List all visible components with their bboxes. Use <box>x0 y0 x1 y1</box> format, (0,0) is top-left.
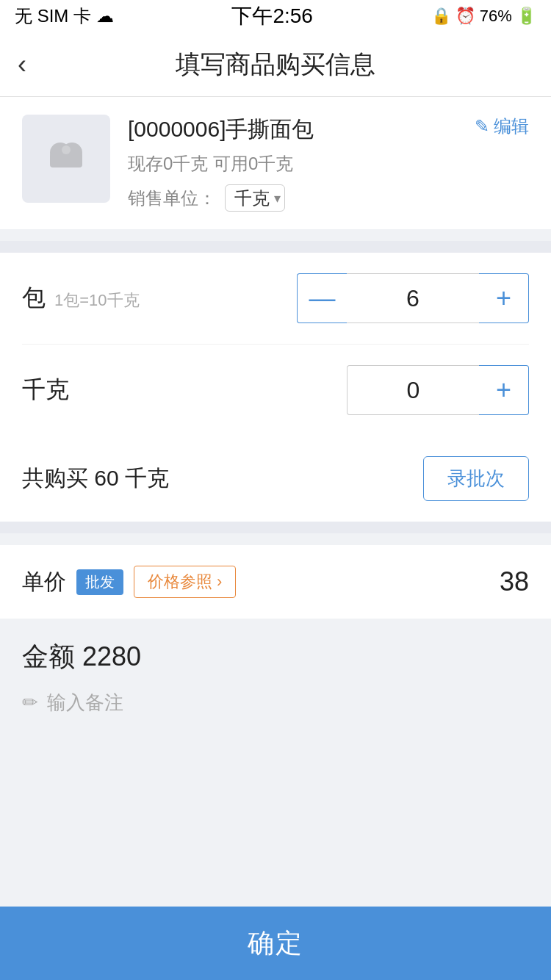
svg-point-3 <box>62 145 71 154</box>
kg-input[interactable] <box>347 365 479 415</box>
bao-minus-button[interactable]: — <box>297 273 347 323</box>
amount-section: 金额 2280 ✏ 输入备注 <box>0 619 551 727</box>
bao-plus-button[interactable]: + <box>479 273 529 323</box>
price-badge: 批发 <box>76 569 123 595</box>
price-left: 单价 批发 价格参照 › <box>22 566 236 598</box>
nav-bar: ‹ 填写商品购买信息 <box>0 32 551 97</box>
section-divider-1 <box>0 241 551 253</box>
amount-row: 金额 2280 <box>22 639 529 675</box>
edit-button[interactable]: ✎ 编辑 <box>475 115 529 138</box>
sim-status: 无 SIM 卡 ☁ <box>15 4 114 28</box>
note-placeholder: 输入备注 <box>47 690 123 716</box>
bao-quantity-control: — + <box>297 273 529 323</box>
kg-label: 千克 <box>22 374 69 406</box>
input-section: 包 1包=10千克 — + 千克 + <box>0 253 551 436</box>
price-value: 38 <box>500 566 529 597</box>
summary-row: 共购买 60 千克 录批次 <box>0 436 551 522</box>
note-row[interactable]: ✏ 输入备注 <box>22 690 529 716</box>
record-batch-button[interactable]: 录批次 <box>423 456 529 501</box>
back-button[interactable]: ‹ <box>18 49 26 80</box>
status-right: 🔒 ⏰ 76% 🔋 <box>431 7 536 26</box>
unit-select-wrap[interactable]: 千克 <box>225 184 285 212</box>
price-ref-button[interactable]: 价格参照 › <box>134 566 236 598</box>
status-left: 无 SIM 卡 ☁ <box>15 4 114 28</box>
price-section: 单价 批发 价格参照 › 38 <box>0 545 551 619</box>
spacer <box>0 727 551 907</box>
bao-row: 包 1包=10千克 — + <box>22 253 529 345</box>
summary-text: 共购买 60 千克 <box>22 464 169 494</box>
price-label: 单价 <box>22 567 66 597</box>
status-bar: 无 SIM 卡 ☁ 下午2:56 🔒 ⏰ 76% 🔋 <box>0 0 551 32</box>
bao-sub: 1包=10千克 <box>54 289 140 311</box>
bao-input[interactable] <box>347 273 479 323</box>
amount-value: 2280 <box>82 641 141 671</box>
section-divider-2 <box>0 522 551 533</box>
amount-label: 金额 <box>22 641 75 671</box>
page-title: 填写商品购买信息 <box>176 48 375 82</box>
product-info: [0000006]手撕面包 ✎ 编辑 现存0千克 可用0千克 销售单位： 千克 <box>128 115 529 212</box>
kg-plus-button[interactable]: + <box>479 365 529 415</box>
confirm-button[interactable]: 确定 <box>0 907 551 980</box>
bao-label: 包 1包=10千克 <box>22 282 140 314</box>
kg-row: 千克 + <box>22 345 529 436</box>
status-time: 下午2:56 <box>231 2 313 30</box>
battery-icon: 🔒 ⏰ 76% 🔋 <box>431 7 536 26</box>
product-name: [0000006]手撕面包 <box>128 115 314 143</box>
product-stock: 现存0千克 可用0千克 <box>128 152 529 176</box>
svg-rect-2 <box>50 153 82 167</box>
kg-quantity-control: + <box>347 365 529 415</box>
price-row: 单价 批发 价格参照 › 38 <box>22 566 529 598</box>
product-card: [0000006]手撕面包 ✎ 编辑 现存0千克 可用0千克 销售单位： 千克 <box>0 97 551 229</box>
pencil-icon: ✏ <box>22 691 38 714</box>
unit-select[interactable]: 千克 <box>225 184 285 212</box>
edit-icon: ✎ <box>475 116 489 137</box>
product-unit: 销售单位： 千克 <box>128 184 529 212</box>
product-image <box>22 115 110 203</box>
